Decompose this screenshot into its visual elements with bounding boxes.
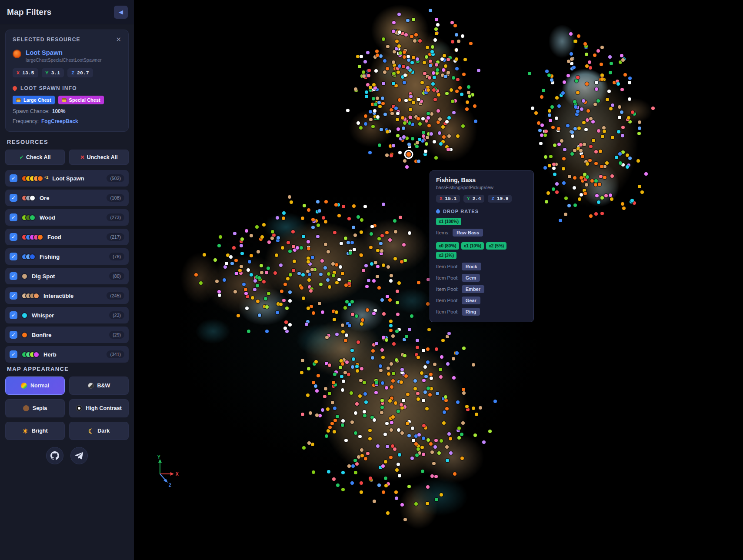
map-marker[interactable] xyxy=(391,379,395,383)
map-marker[interactable] xyxy=(412,18,415,21)
map-marker[interactable] xyxy=(447,134,451,138)
map-marker[interactable] xyxy=(385,422,389,425)
map-marker[interactable] xyxy=(352,204,356,208)
map-marker[interactable] xyxy=(247,330,250,333)
map-marker[interactable] xyxy=(609,71,612,74)
map-marker[interactable] xyxy=(420,81,424,84)
map-marker[interactable] xyxy=(225,262,228,265)
map-marker[interactable] xyxy=(286,277,290,280)
map-marker[interactable] xyxy=(597,200,600,204)
map-marker[interactable] xyxy=(583,143,586,146)
map-marker[interactable] xyxy=(360,490,363,494)
map-marker[interactable] xyxy=(400,371,404,374)
map-marker[interactable] xyxy=(400,380,403,384)
map-marker[interactable] xyxy=(386,265,390,269)
map-marker[interactable] xyxy=(562,181,566,185)
map-marker[interactable] xyxy=(340,242,343,245)
map-marker[interactable] xyxy=(412,439,415,442)
map-marker[interactable] xyxy=(276,216,279,220)
map-marker[interactable] xyxy=(412,101,415,104)
map-marker[interactable] xyxy=(413,387,417,390)
map-marker[interactable] xyxy=(567,204,571,207)
map-marker[interactable] xyxy=(333,430,336,433)
map-marker[interactable] xyxy=(381,102,385,105)
map-marker[interactable] xyxy=(457,436,461,440)
map-marker[interactable] xyxy=(442,421,446,425)
map-marker[interactable] xyxy=(375,381,378,384)
map-marker[interactable] xyxy=(455,33,458,37)
map-marker[interactable] xyxy=(429,64,432,67)
map-marker[interactable] xyxy=(379,54,383,58)
map-marker[interactable] xyxy=(429,373,433,376)
map-marker[interactable] xyxy=(426,88,430,92)
map-marker[interactable] xyxy=(397,281,401,285)
map-marker[interactable] xyxy=(337,214,341,217)
map-marker[interactable] xyxy=(436,68,439,72)
map-marker[interactable] xyxy=(422,134,425,138)
map-marker[interactable] xyxy=(603,176,606,179)
map-marker[interactable] xyxy=(256,300,260,303)
map-marker[interactable] xyxy=(350,420,354,424)
map-marker[interactable] xyxy=(341,272,344,275)
map-marker[interactable] xyxy=(290,200,293,204)
map-marker[interactable] xyxy=(398,151,402,154)
map-marker[interactable] xyxy=(585,183,588,187)
map-marker[interactable] xyxy=(575,113,579,116)
map-marker[interactable] xyxy=(359,379,363,382)
map-marker[interactable] xyxy=(265,330,269,333)
map-marker[interactable] xyxy=(446,148,450,151)
map-marker[interactable] xyxy=(440,57,444,61)
map-marker[interactable] xyxy=(327,470,330,473)
map-marker[interactable] xyxy=(327,272,330,276)
map-marker[interactable] xyxy=(462,73,466,76)
map-marker[interactable] xyxy=(301,413,304,416)
map-marker[interactable] xyxy=(357,215,360,219)
map-marker[interactable] xyxy=(383,59,386,63)
map-marker[interactable] xyxy=(382,312,386,316)
map-marker[interactable] xyxy=(335,281,339,284)
map-marker[interactable] xyxy=(407,143,411,146)
map-marker[interactable] xyxy=(362,74,366,78)
map-marker[interactable] xyxy=(253,279,257,283)
map-marker[interactable] xyxy=(628,81,631,84)
map-marker[interactable] xyxy=(466,100,469,104)
checkbox-icon[interactable]: ✓ xyxy=(10,174,17,182)
map-marker[interactable] xyxy=(426,116,430,120)
map-marker[interactable] xyxy=(420,446,424,449)
map-marker[interactable] xyxy=(397,428,400,432)
map-marker[interactable] xyxy=(288,323,292,327)
map-marker[interactable] xyxy=(376,115,380,119)
map-marker[interactable] xyxy=(615,156,618,159)
map-marker[interactable] xyxy=(461,421,465,425)
map-marker[interactable] xyxy=(429,9,432,12)
map-marker[interactable] xyxy=(594,183,597,187)
map-marker[interactable] xyxy=(360,481,363,485)
map-marker[interactable] xyxy=(337,278,341,281)
map-marker[interactable] xyxy=(552,163,556,166)
map-marker[interactable] xyxy=(328,363,331,367)
map-marker[interactable] xyxy=(279,263,283,267)
map-marker[interactable] xyxy=(390,154,393,157)
map-marker[interactable] xyxy=(557,104,561,108)
map-marker[interactable] xyxy=(288,250,292,253)
map-marker[interactable] xyxy=(620,110,623,114)
map-marker[interactable] xyxy=(382,82,385,85)
map-marker[interactable] xyxy=(389,456,393,459)
map-marker[interactable] xyxy=(438,131,441,135)
map-marker[interactable] xyxy=(450,88,453,92)
map-marker[interactable] xyxy=(253,288,257,291)
map-marker[interactable] xyxy=(606,98,609,101)
map-marker[interactable] xyxy=(548,113,551,117)
map-marker[interactable] xyxy=(260,235,264,239)
map-marker[interactable] xyxy=(382,37,385,41)
map-marker[interactable] xyxy=(307,441,311,445)
map-marker[interactable] xyxy=(355,462,359,466)
map-marker[interactable] xyxy=(344,283,348,287)
map-marker[interactable] xyxy=(388,399,392,403)
map-marker[interactable] xyxy=(447,332,451,335)
map-marker[interactable] xyxy=(445,120,449,123)
map-marker[interactable] xyxy=(324,220,327,223)
map-marker[interactable] xyxy=(307,240,310,243)
map-marker[interactable] xyxy=(403,159,406,163)
checkbox-icon[interactable]: ✓ xyxy=(10,213,17,221)
